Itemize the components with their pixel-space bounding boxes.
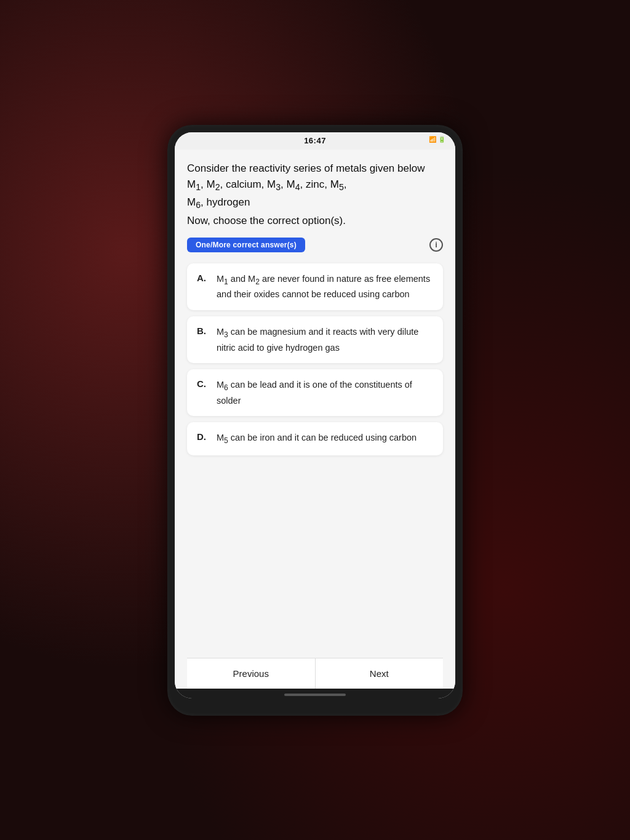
phone-frame: 16:47 📶 🔋 Consider the reactivity series… <box>167 125 463 716</box>
home-indicator <box>175 689 455 698</box>
status-time: 16:47 <box>304 136 326 145</box>
option-d-label: D. <box>197 431 209 442</box>
phone-screen: 16:47 📶 🔋 Consider the reactivity series… <box>175 132 455 698</box>
signal-icon: 📶 <box>429 136 436 143</box>
previous-button[interactable]: Previous <box>187 658 316 689</box>
option-a[interactable]: A. M1 and M2 are never found in nature a… <box>187 263 443 310</box>
answer-type-badge[interactable]: One/More correct answer(s) <box>187 238 305 252</box>
option-b-text: M3 can be magnesium and it reacts with v… <box>217 325 433 354</box>
option-a-label: A. <box>197 272 209 283</box>
question-text: Consider the reactivity series of metals… <box>187 161 443 229</box>
next-button[interactable]: Next <box>316 658 444 689</box>
status-bar: 16:47 📶 🔋 <box>175 132 455 150</box>
option-d-text: M5 can be iron and it can be reduced usi… <box>217 431 417 447</box>
option-a-text: M1 and M2 are never found in nature as f… <box>217 272 433 302</box>
option-b[interactable]: B. M3 can be magnesium and it reacts wit… <box>187 316 443 363</box>
option-c-label: C. <box>197 378 209 389</box>
option-d[interactable]: D. M5 can be iron and it can be reduced … <box>187 422 443 455</box>
content-area: Consider the reactivity series of metals… <box>175 150 455 689</box>
battery-icon: 🔋 <box>438 136 445 143</box>
options-list: A. M1 and M2 are never found in nature a… <box>187 263 443 650</box>
info-icon[interactable]: i <box>429 238 443 252</box>
option-c[interactable]: C. M6 can be lead and it is one of the c… <box>187 369 443 416</box>
option-b-label: B. <box>197 325 209 336</box>
status-icons: 📶 🔋 <box>429 136 445 143</box>
answer-type-row: One/More correct answer(s) i <box>187 238 443 252</box>
nav-buttons: Previous Next <box>187 658 443 689</box>
option-c-text: M6 can be lead and it is one of the cons… <box>217 378 433 407</box>
home-bar <box>284 694 346 696</box>
